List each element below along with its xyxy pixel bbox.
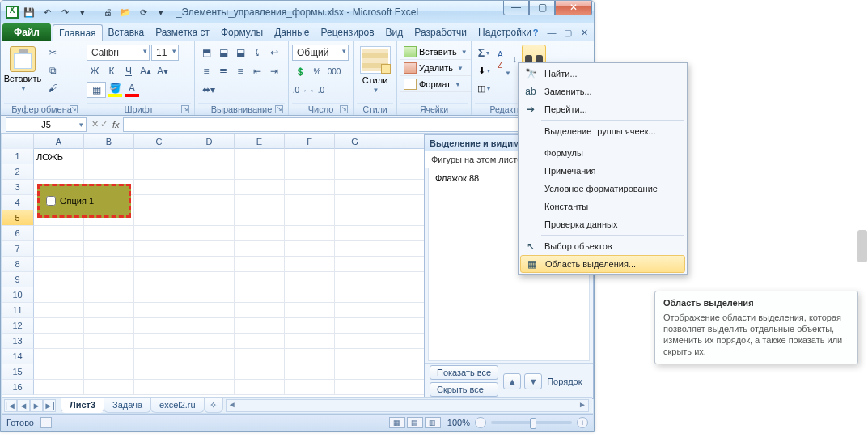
menu-item[interactable]: ▦Область выделения...	[520, 255, 685, 273]
col-header[interactable]: C	[134, 134, 184, 149]
cell[interactable]	[335, 318, 375, 334]
cell[interactable]	[84, 149, 134, 164]
orientation-icon[interactable]: ⤹	[249, 45, 265, 61]
cell[interactable]	[335, 149, 375, 164]
tab-view[interactable]: Вид	[380, 24, 409, 41]
row-header[interactable]: 14	[2, 349, 34, 364]
cell[interactable]	[285, 226, 335, 241]
grow-font-icon[interactable]: A▴	[138, 63, 154, 79]
cell[interactable]	[184, 380, 235, 395]
cell[interactable]	[84, 226, 134, 241]
cell[interactable]	[184, 364, 235, 380]
increase-indent-icon[interactable]: ⇥	[266, 63, 282, 79]
font-size-combo[interactable]: 11	[151, 45, 179, 61]
paste-button[interactable]: Вставить ▼	[4, 45, 41, 101]
first-sheet-icon[interactable]: |◄	[4, 399, 17, 412]
cell[interactable]	[184, 287, 235, 303]
tab-home[interactable]: Главная	[53, 24, 103, 41]
shrink-font-icon[interactable]: A▾	[155, 63, 171, 79]
sort-filter-button[interactable]: ↓ ▼	[494, 45, 520, 82]
cell[interactable]	[134, 241, 184, 257]
fill-color-button[interactable]: 🪣	[107, 82, 123, 98]
sheet-tab-active[interactable]: Лист3	[61, 398, 104, 413]
cell[interactable]	[84, 272, 134, 287]
menu-item[interactable]: Выделение группы ячеек...	[520, 122, 685, 140]
new-sheet-button[interactable]: ✧	[204, 398, 223, 413]
cell[interactable]	[285, 149, 335, 164]
zoom-level[interactable]: 100%	[447, 418, 470, 427]
cell[interactable]	[84, 241, 134, 257]
menu-item[interactable]: Проверка данных	[520, 215, 685, 233]
fill-button[interactable]: ⬇▾	[475, 62, 493, 79]
external-scrollbar[interactable]	[857, 230, 867, 262]
cell[interactable]	[134, 380, 184, 395]
tab-data[interactable]: Данные	[269, 24, 315, 41]
menu-item[interactable]: Константы	[520, 198, 685, 215]
cell[interactable]	[84, 380, 134, 395]
bold-button[interactable]: Ж	[87, 63, 103, 79]
cell[interactable]	[285, 241, 335, 257]
align-center-icon[interactable]: ≣	[215, 63, 231, 79]
tab-formulas[interactable]: Формулы	[215, 24, 269, 41]
cell[interactable]	[134, 195, 184, 210]
cell[interactable]	[335, 164, 375, 180]
zoom-slider[interactable]	[491, 421, 572, 424]
col-header[interactable]: F	[285, 134, 335, 149]
row-header[interactable]: 15	[2, 364, 34, 380]
cancel-fx-icon[interactable]: ✕	[91, 119, 99, 130]
cell[interactable]	[184, 164, 235, 180]
move-up-button[interactable]: ▲	[503, 373, 521, 389]
delete-cells-button[interactable]: Удалить▼	[400, 61, 471, 76]
mdi-min-icon[interactable]: —	[545, 26, 558, 39]
cell[interactable]	[335, 380, 375, 395]
cell[interactable]	[335, 364, 375, 380]
format-painter-icon[interactable]: 🖌	[44, 80, 61, 96]
autosum-button[interactable]: Σ▾	[475, 45, 493, 61]
cell[interactable]	[184, 149, 235, 164]
cell[interactable]	[184, 257, 235, 272]
cell[interactable]	[285, 210, 335, 226]
cell[interactable]	[134, 364, 184, 380]
cell[interactable]	[34, 164, 84, 180]
cell[interactable]	[335, 210, 375, 226]
row-header[interactable]: 11	[2, 303, 34, 318]
dialog-launcher-icon[interactable]: ↘	[70, 105, 78, 113]
enter-fx-icon[interactable]: ✓	[100, 119, 108, 130]
insert-cells-button[interactable]: Вставить▼	[400, 45, 471, 60]
cell[interactable]: ЛОЖЬ	[34, 149, 84, 164]
mdi-restore-icon[interactable]: ▢	[561, 26, 574, 39]
cell[interactable]	[134, 334, 184, 349]
row-header[interactable]: 5	[2, 210, 34, 226]
tab-insert[interactable]: Вставка	[103, 24, 150, 41]
cell[interactable]	[184, 210, 235, 226]
prev-sheet-icon[interactable]: ◄	[17, 399, 30, 412]
cell[interactable]	[84, 364, 134, 380]
cell[interactable]	[184, 349, 235, 364]
cell[interactable]	[235, 180, 285, 195]
cut-icon[interactable]: ✂	[44, 45, 61, 61]
cell[interactable]	[134, 318, 184, 334]
cell[interactable]	[84, 257, 134, 272]
cell[interactable]	[84, 349, 134, 364]
cell[interactable]	[34, 303, 84, 318]
file-tab[interactable]: Файл	[2, 23, 51, 41]
row-header[interactable]: 3	[2, 180, 34, 195]
cell[interactable]	[235, 272, 285, 287]
menu-item[interactable]: Примечания	[520, 162, 685, 180]
cell[interactable]	[285, 287, 335, 303]
cell[interactable]	[335, 180, 375, 195]
cell[interactable]	[134, 226, 184, 241]
cell[interactable]	[84, 287, 134, 303]
save-icon[interactable]: 💾	[22, 5, 36, 19]
cell[interactable]	[34, 287, 84, 303]
underline-button[interactable]: Ч	[121, 63, 137, 79]
cell[interactable]	[235, 195, 285, 210]
wrap-text-icon[interactable]: ↩	[266, 45, 282, 61]
cell[interactable]	[184, 303, 235, 318]
qat-more-icon[interactable]: ▾	[75, 5, 90, 19]
cell[interactable]	[285, 272, 335, 287]
cell[interactable]	[335, 257, 375, 272]
align-middle-icon[interactable]: ⬓	[215, 45, 231, 61]
hide-all-button[interactable]: Скрыть все	[430, 382, 498, 397]
col-header[interactable]: B	[84, 134, 134, 149]
